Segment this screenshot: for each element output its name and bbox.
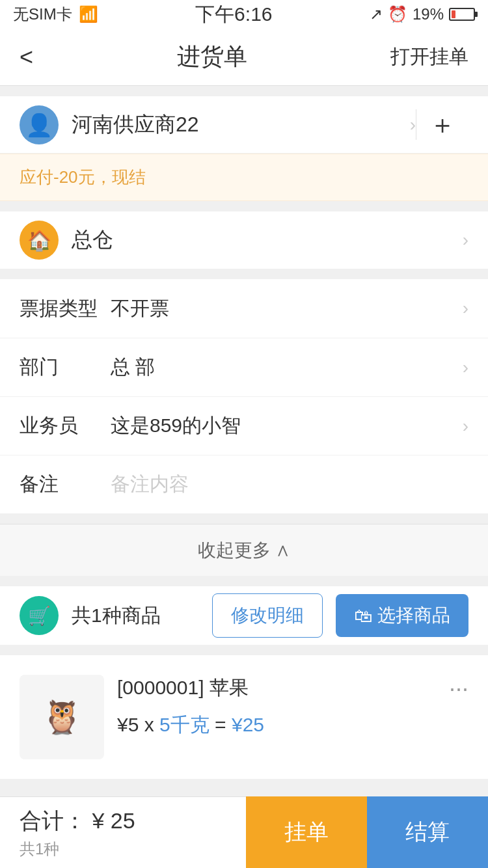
remark-row[interactable]: 备注 备注内容 [0,455,488,513]
multiply-sign: x [144,714,159,735]
total-value: ¥ 25 [92,808,135,833]
product-name: [0000001] 苹果 [117,675,436,701]
total-count: 共1种 [20,839,226,860]
form-card: 票据类型 不开票 › 部门 总 部 › 业务员 这是859的小智 › 备注 备注… [0,279,488,513]
warehouse-card[interactable]: 🏠 总仓 › [0,211,488,269]
department-value: 总 部 [111,354,463,381]
quantity: 5千克 [159,714,210,735]
avatar: 👤 [20,105,59,144]
ticket-type-row[interactable]: 票据类型 不开票 › [0,279,488,338]
supplier-row[interactable]: 👤 河南供应商22 › ＋ [0,96,488,154]
battery-icon [449,8,475,21]
back-button[interactable]: < [20,44,33,71]
staff-label: 业务员 [20,413,111,439]
page-title: 进货单 [177,41,247,73]
supplier-name: 河南供应商22 [72,111,410,139]
product-icon: 🛒 [28,605,51,627]
chevron-right-icon: › [463,298,468,319]
product-count: 共1种商品 [72,603,199,629]
status-time: 下午6:16 [195,1,272,28]
equals-sign: = [215,714,232,735]
product-code: [0000001] [117,677,204,698]
cart-icon: 🛍 [354,605,372,627]
open-hang-button[interactable]: 打开挂单 [390,44,468,70]
department-label: 部门 [20,354,111,381]
avatar-icon: 👤 [25,112,53,138]
staff-row[interactable]: 业务员 这是859的小智 › [0,396,488,455]
warehouse-row[interactable]: 🏠 总仓 › [0,211,488,269]
warehouse-name: 总仓 [72,226,463,254]
battery-percent: 19% [413,5,444,23]
chevron-right-icon: › [463,357,468,378]
owl-icon: 🦉 [42,698,82,736]
status-left: 无SIM卡 📶 [13,4,98,25]
more-button[interactable]: ··· [449,675,468,702]
chevron-right-icon: › [410,115,416,135]
status-right: ↗ ⏰ 19% [370,5,475,23]
product-thumbnail: 🦉 [20,675,104,759]
total-label: 合计： [20,808,86,833]
warehouse-icon: 🏠 [27,229,51,252]
location-icon: ↗ [370,5,383,23]
warehouse-icon-wrap: 🏠 [20,221,59,260]
nav-bar: < 进货单 打开挂单 [0,29,488,86]
bottom-bar: 合计： ¥ 25 共1种 挂单 结算 [0,796,488,868]
hang-button[interactable]: 挂单 [246,796,367,868]
product-header: 🛒 共1种商品 修改明细 🛍 选择商品 [0,586,488,645]
chevron-right-icon: › [463,416,468,437]
ticket-type-value: 不开票 [111,295,463,322]
checkout-button[interactable]: 结算 [367,796,488,868]
supplier-card: 👤 河南供应商22 › ＋ 应付-20元，现结 [0,96,488,201]
add-supplier-button[interactable]: ＋ [416,107,468,142]
unit-price: ¥5 [117,714,139,735]
product-info: [0000001] 苹果 ¥5 x 5千克 = ¥25 [117,675,436,739]
select-product-button[interactable]: 🛍 选择商品 [336,594,468,637]
carrier-text: 无SIM卡 [13,4,72,25]
chevron-right-icon: › [463,230,468,251]
remark-label: 备注 [20,471,111,498]
collapse-bar[interactable]: 收起更多 ∧ [0,524,488,576]
select-product-label: 选择商品 [377,603,450,628]
product-item: 🦉 [0000001] 苹果 ¥5 x 5千克 = ¥25 ··· [0,655,488,779]
remark-input[interactable]: 备注内容 [111,471,468,498]
product-title: 苹果 [210,677,249,698]
ticket-type-label: 票据类型 [20,295,111,322]
department-row[interactable]: 部门 总 部 › [0,338,488,396]
staff-value: 这是859的小智 [111,413,463,439]
total-section: 合计： ¥ 25 共1种 [0,796,246,868]
notice-bar: 应付-20元，现结 [0,154,488,201]
product-icon-wrap: 🛒 [20,596,59,635]
product-price: ¥5 x 5千克 = ¥25 [117,712,436,739]
total-amount: 合计： ¥ 25 [20,806,226,836]
total-price: ¥25 [232,714,264,735]
alarm-icon: ⏰ [388,5,407,23]
status-bar: 无SIM卡 📶 下午6:16 ↗ ⏰ 19% [0,0,488,29]
wifi-icon: 📶 [79,5,98,23]
edit-detail-button[interactable]: 修改明细 [212,593,323,638]
